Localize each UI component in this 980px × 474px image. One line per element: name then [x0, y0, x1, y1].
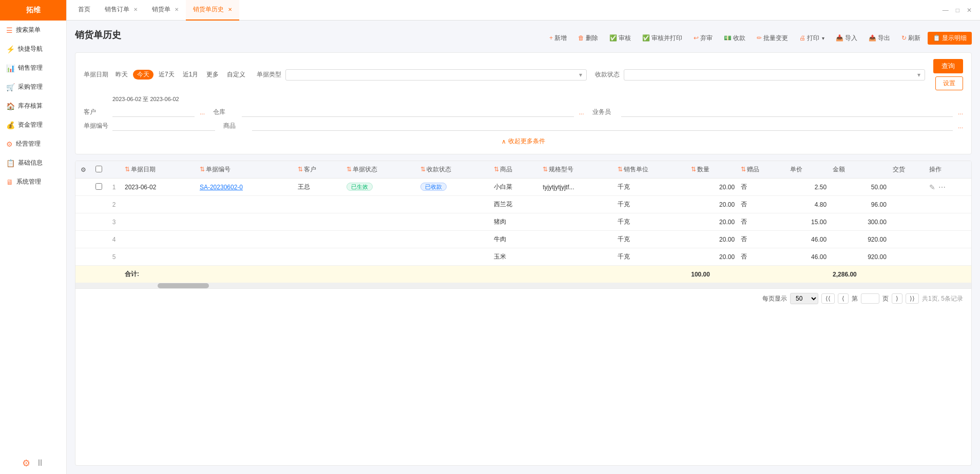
date-tag-more[interactable]: 更多: [203, 70, 222, 80]
sidebar-item-finance-mgmt[interactable]: 💰 资金管理: [0, 115, 66, 134]
audit-button[interactable]: ✅ 审核: [605, 32, 635, 45]
row-unit: 千克: [614, 231, 688, 248]
select-all-checkbox[interactable]: [95, 166, 102, 172]
page-size-select[interactable]: 50 100: [790, 293, 818, 304]
discard-label: 弃审: [700, 34, 713, 43]
delete-button[interactable]: 🗑 删除: [574, 32, 602, 45]
sidebar-item-system-mgmt[interactable]: 🖥 系统管理: [0, 172, 66, 191]
collapse-button[interactable]: ∧ 收起更多条件: [84, 135, 963, 148]
basic-info-icon: 📋: [6, 159, 15, 167]
audit-print-icon: ✅: [642, 34, 650, 42]
tab-sales-order-close[interactable]: ✕: [133, 7, 138, 12]
tab-sales-order[interactable]: 销售订单 ✕: [98, 0, 145, 21]
print-button[interactable]: 🖨 打印: [795, 32, 829, 45]
sort-customer-icon: ⇅: [298, 166, 303, 173]
date-tag-custom[interactable]: 自定义: [224, 70, 248, 80]
row-checkbox[interactable]: [91, 248, 106, 266]
scrollbar-thumb[interactable]: [158, 283, 209, 288]
col-unit[interactable]: ⇅销售单位: [614, 161, 688, 179]
row-checkbox[interactable]: [91, 213, 106, 231]
set-button[interactable]: 设置: [935, 76, 963, 90]
row-goods: 西兰花: [491, 196, 540, 213]
row-amount: 96.00: [830, 196, 890, 213]
col-paymentstatus[interactable]: ⇅收款状态: [417, 161, 491, 179]
col-goods[interactable]: ⇅商品: [491, 161, 540, 179]
horizontal-scrollbar[interactable]: [75, 283, 971, 288]
goods-ellipsis-icon[interactable]: ...: [958, 123, 963, 130]
col-spec[interactable]: ⇅规格型号: [540, 161, 614, 179]
tab-home[interactable]: 首页: [71, 0, 98, 21]
next-page-button[interactable]: ⟩: [892, 293, 902, 304]
system-icon: 🖥: [6, 178, 13, 186]
sidebar-item-inventory[interactable]: 🏠 库存核算: [0, 96, 66, 115]
row-action: [926, 213, 971, 231]
sidebar-item-quick-nav[interactable]: ⚡ 快捷导航: [0, 40, 66, 58]
col-gift[interactable]: ⇅赠品: [738, 161, 786, 179]
col-gear[interactable]: ⚙: [75, 161, 91, 179]
audit-print-button[interactable]: ✅ 审核并打印: [638, 32, 686, 45]
col-checkbox[interactable]: [91, 161, 106, 179]
doc-no-link[interactable]: SA-20230602-0: [200, 184, 243, 191]
export-label: 导出: [878, 34, 890, 43]
show-details-button[interactable]: 📋 显示明细: [928, 32, 972, 45]
query-button[interactable]: 查询: [933, 59, 963, 73]
row-customer: [295, 248, 343, 266]
sidebar-settings-icon[interactable]: ⚙: [22, 458, 30, 469]
filter-doctype-select[interactable]: ▾: [285, 69, 587, 81]
date-tag-1month[interactable]: 近1月: [180, 70, 202, 80]
minimize-button[interactable]: —: [940, 6, 951, 15]
page-number-input[interactable]: 1: [861, 293, 879, 304]
row-unitprice: 4.80: [787, 196, 830, 213]
filter-warehouse-input[interactable]: [242, 107, 573, 117]
add-button[interactable]: + 新增: [545, 32, 571, 45]
tab-sales-history[interactable]: 销货单历史 ✕: [186, 0, 239, 21]
col-date[interactable]: ⇅单据日期: [122, 161, 197, 179]
customer-ellipsis-icon[interactable]: ...: [200, 109, 205, 116]
date-tag-yesterday[interactable]: 昨天: [112, 70, 131, 80]
filter-docno-input[interactable]: [112, 121, 215, 131]
discard-button[interactable]: ↩ 弃审: [689, 32, 717, 45]
warehouse-ellipsis-icon[interactable]: ...: [579, 109, 584, 116]
col-customer[interactable]: ⇅客户: [295, 161, 343, 179]
filter-customer-input[interactable]: [112, 107, 195, 117]
filter-payment-select[interactable]: ▾: [624, 69, 925, 81]
refresh-button[interactable]: ↻ 刷新: [897, 32, 925, 45]
tab-sales-delivery[interactable]: 销货单 ✕: [145, 0, 186, 21]
export-button[interactable]: 📤 导出: [864, 32, 894, 45]
row-num: 4: [106, 231, 122, 248]
sidebar-item-sales-mgmt[interactable]: 📊 销售管理: [0, 58, 66, 77]
filter-staff-input[interactable]: [621, 107, 953, 117]
payment-dropdown-icon: ▾: [917, 71, 920, 78]
first-page-button[interactable]: ⟨⟨: [821, 293, 835, 304]
sidebar-item-operations-mgmt[interactable]: ⚙ 经营管理: [0, 134, 66, 153]
edit-icon[interactable]: ✎: [929, 183, 935, 191]
col-docno[interactable]: ⇅单据编号: [197, 161, 295, 179]
row-docno: [197, 248, 295, 266]
prev-page-button[interactable]: ⟨: [838, 293, 849, 304]
sidebar-item-basic-info[interactable]: 📋 基础信息: [0, 153, 66, 172]
row-goods: 猪肉: [491, 213, 540, 231]
last-page-button[interactable]: ⟩⟩: [906, 293, 919, 304]
batch-change-button[interactable]: ✏ 批量变更: [753, 32, 792, 45]
import-button[interactable]: 📥 导入: [832, 32, 861, 45]
date-tag-today[interactable]: 今天: [133, 70, 153, 80]
sidebar-item-purchase-mgmt[interactable]: 🛒 采购管理: [0, 77, 66, 96]
staff-ellipsis-icon[interactable]: ...: [958, 109, 963, 116]
date-tag-7days[interactable]: 近7天: [156, 70, 178, 80]
tab-sales-history-close[interactable]: ✕: [228, 7, 232, 12]
row-checkbox[interactable]: [91, 231, 106, 248]
row-checkbox[interactable]: [91, 196, 106, 213]
tab-sales-delivery-close[interactable]: ✕: [175, 7, 179, 12]
row-checkbox[interactable]: [91, 179, 106, 196]
close-button[interactable]: ✕: [965, 6, 974, 15]
sidebar-item-label: 库存核算: [18, 102, 43, 110]
col-quantity[interactable]: ⇅数量: [688, 161, 738, 179]
collect-button[interactable]: 💵 收款: [720, 32, 750, 45]
maximize-button[interactable]: □: [954, 6, 962, 15]
more-icon[interactable]: ⋯: [938, 183, 946, 191]
filter-goods-input[interactable]: [252, 121, 953, 131]
sidebar-item-search-menu[interactable]: ☰ 搜索菜单: [0, 21, 66, 40]
col-docstatus[interactable]: ⇅单据状态: [343, 161, 417, 179]
pagination-bar: 每页显示 50 100 ⟨⟨ ⟨ 第 1 页 ⟩ ⟩⟩ 共1页, 5条记录: [75, 288, 971, 308]
sidebar-collapse-icon[interactable]: ⏸: [35, 458, 45, 469]
